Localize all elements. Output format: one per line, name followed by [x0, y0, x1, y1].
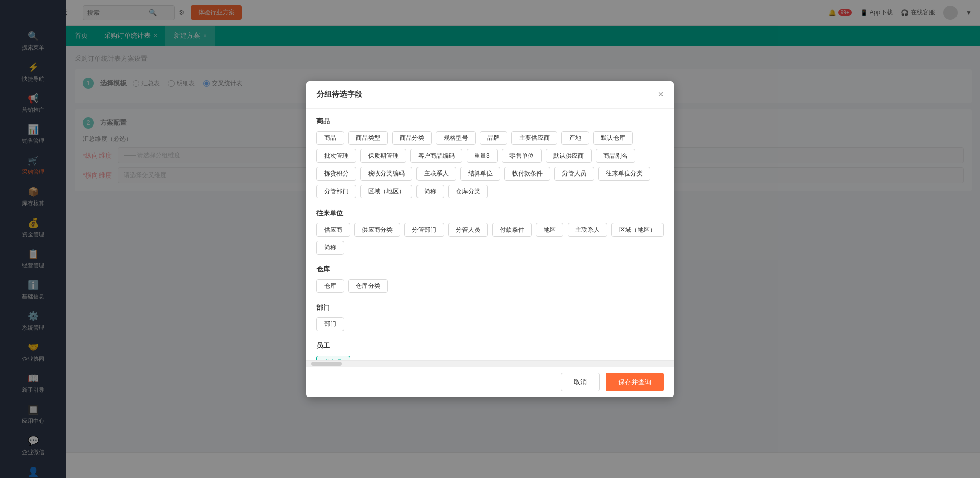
modal-dialog: 分组待选字段 × 商品 商品 商品类型 商品分类 规格型号 品牌 主要供应商 产…: [306, 81, 674, 397]
chip-partner-2[interactable]: 分管部门: [404, 223, 444, 237]
chip-product-18[interactable]: 结算单位: [460, 167, 500, 181]
chip-product-12[interactable]: 零售单位: [502, 149, 542, 163]
field-group-partner: 往来单位 供应商 供应商分类 分管部门 分管人员 付款条件 地区 主联系人 区域…: [316, 209, 664, 255]
chip-product-13[interactable]: 默认供应商: [546, 149, 592, 163]
chip-product-21[interactable]: 往来单位分类: [598, 167, 650, 181]
chip-product-19[interactable]: 收付款条件: [504, 167, 550, 181]
field-group-employee-title: 员工: [316, 341, 664, 350]
field-chips-employee: 业务员: [316, 356, 664, 360]
field-group-product: 商品 商品 商品类型 商品分类 规格型号 品牌 主要供应商 产地 默认仓库 批次…: [316, 117, 664, 198]
chip-product-17[interactable]: 主联系人: [416, 167, 456, 181]
modal-title: 分组待选字段: [316, 90, 362, 99]
field-chips-product: 商品 商品类型 商品分类 规格型号 品牌 主要供应商 产地 默认仓库 批次管理 …: [316, 131, 664, 198]
chip-product-2[interactable]: 商品分类: [392, 131, 432, 145]
field-group-department-title: 部门: [316, 303, 664, 312]
modal-close-button[interactable]: ×: [658, 89, 664, 100]
chip-partner-6[interactable]: 主联系人: [568, 223, 607, 237]
field-group-employee: 员工 业务员: [316, 341, 664, 360]
chip-product-24[interactable]: 简称: [416, 185, 444, 198]
field-chips-department: 部门: [316, 317, 664, 331]
chip-product-3[interactable]: 规格型号: [436, 131, 476, 145]
modal-scrollbar-thumb: [311, 362, 342, 366]
modal-overlay[interactable]: 分组待选字段 × 商品 商品 商品类型 商品分类 规格型号 品牌 主要供应商 产…: [0, 0, 980, 478]
chip-product-20[interactable]: 分管人员: [554, 167, 594, 181]
chip-partner-8[interactable]: 简称: [316, 241, 344, 255]
chip-product-9[interactable]: 保质期管理: [360, 149, 406, 163]
chip-product-0[interactable]: 商品: [316, 131, 344, 145]
chip-partner-3[interactable]: 分管人员: [448, 223, 488, 237]
chip-partner-4[interactable]: 付款条件: [492, 223, 532, 237]
chip-product-14[interactable]: 商品别名: [596, 149, 635, 163]
modal-horizontal-scrollbar[interactable]: [306, 360, 674, 366]
chip-product-25[interactable]: 仓库分类: [448, 185, 488, 198]
modal-body: 商品 商品 商品类型 商品分类 规格型号 品牌 主要供应商 产地 默认仓库 批次…: [306, 109, 674, 360]
chip-warehouse-0[interactable]: 仓库: [316, 279, 344, 293]
cancel-button[interactable]: 取消: [561, 373, 600, 391]
chip-product-8[interactable]: 批次管理: [316, 149, 356, 163]
chip-product-16[interactable]: 税收分类编码: [360, 167, 412, 181]
field-chips-warehouse: 仓库 仓库分类: [316, 279, 664, 293]
chip-product-5[interactable]: 主要供应商: [511, 131, 557, 145]
chip-partner-7[interactable]: 区域（地区）: [611, 223, 664, 237]
chip-product-10[interactable]: 客户商品编码: [410, 149, 462, 163]
field-group-warehouse: 仓库 仓库 仓库分类: [316, 265, 664, 293]
chip-product-22[interactable]: 分管部门: [316, 185, 356, 198]
field-chips-partner: 供应商 供应商分类 分管部门 分管人员 付款条件 地区 主联系人 区域（地区） …: [316, 223, 664, 255]
field-group-partner-title: 往来单位: [316, 209, 664, 218]
chip-warehouse-1[interactable]: 仓库分类: [348, 279, 388, 293]
confirm-button[interactable]: 保存并查询: [606, 373, 664, 391]
field-group-warehouse-title: 仓库: [316, 265, 664, 274]
field-group-department: 部门 部门: [316, 303, 664, 331]
field-group-product-title: 商品: [316, 117, 664, 126]
chip-department-0[interactable]: 部门: [316, 317, 344, 331]
chip-product-1[interactable]: 商品类型: [348, 131, 388, 145]
modal-header: 分组待选字段 ×: [306, 81, 674, 109]
chip-employee-0[interactable]: 业务员: [316, 356, 350, 360]
chip-partner-5[interactable]: 地区: [536, 223, 564, 237]
chip-product-4[interactable]: 品牌: [480, 131, 507, 145]
chip-product-7[interactable]: 默认仓库: [593, 131, 633, 145]
chip-product-6[interactable]: 产地: [561, 131, 589, 145]
chip-product-23[interactable]: 区域（地区）: [360, 185, 412, 198]
modal-footer: 取消 保存并查询: [306, 366, 674, 397]
chip-product-15[interactable]: 拣货积分: [316, 167, 356, 181]
chip-partner-1[interactable]: 供应商分类: [354, 223, 400, 237]
chip-product-11[interactable]: 重量3: [467, 149, 498, 163]
chip-partner-0[interactable]: 供应商: [316, 223, 350, 237]
